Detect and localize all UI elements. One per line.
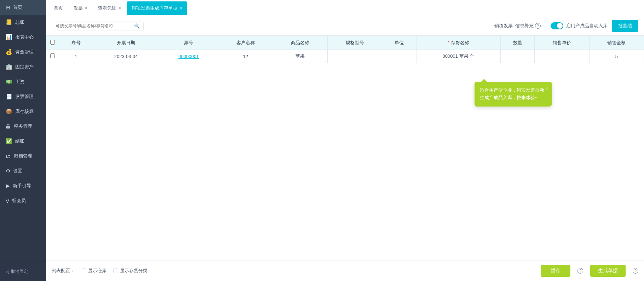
info-help-icon[interactable]: ? (535, 23, 541, 29)
unpin-label: 取消固定 (11, 269, 28, 275)
save-button[interactable]: 暂存 (541, 265, 570, 277)
toolbar: 🔍 销项发票_信息补充 ? 启用产成品自动入库 批量结 (46, 16, 644, 36)
sidebar-label-general-ledger: 总账 (15, 19, 24, 25)
sidebar-bottom: ◁ 取消固定 (0, 262, 46, 281)
sidebar-label-report-center: 报表中心 (15, 34, 34, 40)
sidebar-item-report-center[interactable]: 📊 报表中心 (0, 30, 46, 45)
save-help-icon[interactable]: ? (577, 268, 583, 274)
col-header-open-date: 开票日期 (93, 36, 159, 50)
sidebar-item-settings[interactable]: ⚙ 设置 (0, 164, 46, 178)
sidebar-label-settings: 设置 (13, 168, 22, 174)
tab-view-voucher[interactable]: 查看凭证× (93, 1, 126, 15)
col-header-unit-price: 销售单价 (535, 36, 589, 50)
sidebar-label-archive-mgmt: 归档管理 (14, 153, 32, 159)
row-checkbox-cell[interactable] (46, 50, 59, 63)
auto-storage-toggle[interactable] (551, 22, 563, 29)
toggle-area: 启用产成品自动入库 (551, 22, 608, 29)
tab-close-view-voucher[interactable]: × (119, 6, 121, 11)
sidebar-label-member: 畅会员 (12, 197, 26, 204)
col-header-unit: 单位 (382, 36, 416, 50)
cell-seq-0: 1 (59, 50, 93, 63)
sidebar-item-fund-mgmt[interactable]: 💰 资金管理 (0, 45, 46, 59)
sidebar-item-new-guide[interactable]: ▶ 新手引导 (0, 178, 46, 193)
cell-unit-price-0 (535, 50, 589, 63)
member-icon: V (6, 198, 9, 204)
pin-icon: ◁ (6, 269, 9, 274)
content-area: 🔍 销项发票_信息补充 ? 启用产成品自动入库 批量结 序号开票日期票号客户名称… (46, 16, 644, 281)
table-container: 序号开票日期票号客户名称商品名称规格型号单位存货名称数量销售单价销售金额 120… (46, 36, 644, 260)
col-header-spec: 规格型号 (328, 36, 382, 50)
sidebar-item-archive-mgmt[interactable]: 🗂 归档管理 (0, 149, 46, 164)
sidebar-item-general-ledger[interactable]: 📒 总账 (0, 15, 46, 30)
info-label: 销项发票_信息补充 ? (494, 23, 541, 29)
tab-home[interactable]: 首页 (49, 1, 68, 15)
invoice-mgmt-icon: 🧾 (6, 93, 12, 100)
show-inventory-category-checkbox[interactable] (114, 269, 118, 273)
sidebar-label-fund-mgmt: 资金管理 (15, 49, 34, 55)
sidebar-label-home: 首页 (13, 4, 22, 11)
sidebar-item-tax-mgmt[interactable]: 🏛 税务管理 (0, 119, 46, 134)
tooltip-text: 适合生产型企业，销项发票自动生成产成品入库，快来体验~ (480, 87, 544, 100)
show-warehouse-label: 显示仓库 (88, 268, 107, 274)
col-header-customer: 客户名称 (218, 36, 273, 50)
cell-customer-0: 12 (218, 50, 273, 63)
generate-button[interactable]: 生成单据 (590, 265, 626, 277)
tab-close-sales-invoice-storage[interactable]: × (180, 6, 182, 11)
sidebar-label-new-guide: 新手引导 (13, 183, 31, 189)
bottom-bar: 列表配置： 显示仓库 显示存货分类 暂存 ? 生成单据 ? (46, 260, 644, 281)
tab-label-view-voucher: 查看凭证 (98, 5, 116, 11)
tab-close-invoice[interactable]: × (85, 6, 87, 11)
tooltip-close-button[interactable]: × (546, 85, 548, 92)
list-config-label: 列表配置： (52, 268, 75, 274)
sidebar-label-tax-mgmt: 税务管理 (14, 123, 32, 130)
sidebar-label-fixed-assets: 固定资产 (15, 64, 34, 70)
search-box[interactable]: 🔍 (52, 22, 144, 30)
search-icon: 🔍 (134, 23, 140, 29)
cell-open-date-0: 2023-03-04 (93, 50, 159, 63)
row-checkbox-0[interactable] (50, 53, 55, 58)
sidebar-item-home[interactable]: ⊞ 首页 (0, 0, 46, 15)
sidebar-label-settlement: 结账 (15, 138, 24, 144)
sidebar-label-invoice-mgmt: 发票管理 (15, 93, 34, 100)
sidebar: ⊞ 首页📒 总账📊 报表中心💰 资金管理🏢 固定资产💵 工资🧾 发票管理📦 库存… (0, 0, 46, 281)
col-header-seq: 序号 (59, 36, 93, 50)
cell-unit-0 (382, 50, 416, 63)
show-warehouse-option[interactable]: 显示仓库 (82, 268, 107, 274)
toggle-label: 启用产成品自动入库 (566, 23, 608, 29)
report-center-icon: 📊 (6, 34, 12, 40)
cell-spec-0 (328, 50, 382, 63)
batch-button[interactable]: 批量结 (612, 20, 638, 32)
salary-icon: 💵 (6, 79, 12, 85)
select-all-checkbox[interactable] (50, 40, 55, 45)
sidebar-item-fixed-assets[interactable]: 🏢 固定资产 (0, 59, 46, 74)
tab-label-invoice: 发票 (74, 5, 83, 11)
sidebar-item-settlement[interactable]: ✅ 结账 (0, 134, 46, 149)
cell-ticket-no-0[interactable]: 00000001 (159, 50, 218, 63)
tooltip-bar (474, 82, 475, 107)
search-input[interactable] (56, 23, 132, 28)
col-header-sales-amount: 销售金额 (589, 36, 644, 50)
general-ledger-icon: 📒 (6, 19, 12, 25)
show-inventory-category-option[interactable]: 显示存货分类 (114, 268, 148, 274)
archive-mgmt-icon: 🗂 (6, 153, 11, 159)
settlement-icon: ✅ (6, 138, 12, 144)
home-icon: ⊞ (6, 4, 10, 11)
sidebar-item-member[interactable]: V 畅会员 (0, 193, 46, 208)
sidebar-item-inventory[interactable]: 📦 库存核算 (0, 104, 46, 119)
tab-sales-invoice-storage[interactable]: 销项发票生成库存单据× (127, 1, 187, 15)
settings-icon: ⚙ (6, 168, 10, 174)
show-warehouse-checkbox[interactable] (82, 269, 86, 273)
tab-bar: 首页发票×查看凭证×销项发票生成库存单据× (46, 0, 644, 16)
unpin-sidebar-button[interactable]: ◁ 取消固定 (0, 265, 46, 278)
generate-help-icon[interactable]: ? (633, 268, 638, 274)
sidebar-label-salary: 工资 (15, 79, 24, 85)
main-table: 序号开票日期票号客户名称商品名称规格型号单位存货名称数量销售单价销售金额 120… (46, 36, 644, 63)
tab-invoice[interactable]: 发票× (69, 1, 92, 15)
sidebar-item-invoice-mgmt[interactable]: 🧾 发票管理 (0, 89, 46, 104)
fixed-assets-icon: 🏢 (6, 64, 12, 70)
show-inventory-category-label: 显示存货分类 (120, 268, 148, 274)
sidebar-item-salary[interactable]: 💵 工资 (0, 74, 46, 89)
sidebar-label-inventory: 库存核算 (15, 108, 34, 115)
col-header-quantity: 数量 (501, 36, 535, 50)
tax-mgmt-icon: 🏛 (6, 124, 11, 130)
